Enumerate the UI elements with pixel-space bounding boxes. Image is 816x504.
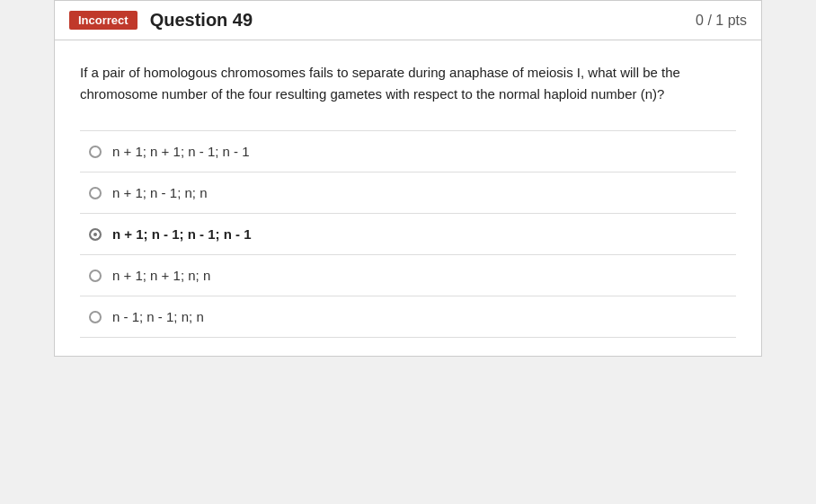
question-text: If a pair of homologous chromosomes fail… — [80, 62, 736, 105]
option-label: n + 1; n + 1; n; n — [112, 268, 210, 283]
radio-circle — [89, 270, 102, 282]
radio-circle — [89, 228, 102, 241]
option-item[interactable]: n + 1; n + 1; n; n — [80, 255, 736, 296]
option-item[interactable]: n + 1; n + 1; n - 1; n - 1 — [80, 131, 736, 172]
option-label: n + 1; n - 1; n - 1; n - 1 — [112, 226, 252, 242]
radio-circle — [89, 146, 102, 158]
option-label: n + 1; n - 1; n; n — [112, 185, 207, 200]
question-title: Question 49 — [150, 10, 696, 31]
question-body: If a pair of homologous chromosomes fail… — [55, 40, 761, 356]
option-item[interactable]: n - 1; n - 1; n; n — [80, 296, 736, 338]
option-label: n - 1; n - 1; n; n — [112, 309, 204, 324]
radio-circle — [89, 187, 102, 199]
question-header: Incorrect Question 49 0 / 1 pts — [55, 1, 761, 40]
option-label: n + 1; n + 1; n - 1; n - 1 — [112, 144, 250, 159]
question-card: Incorrect Question 49 0 / 1 pts If a pai… — [54, 0, 762, 357]
options-list: n + 1; n + 1; n - 1; n - 1n + 1; n - 1; … — [80, 130, 736, 338]
question-points: 0 / 1 pts — [696, 13, 747, 29]
option-item[interactable]: n + 1; n - 1; n - 1; n - 1 — [80, 214, 736, 255]
radio-circle — [89, 311, 102, 323]
incorrect-badge: Incorrect — [69, 11, 137, 30]
page-wrapper: Incorrect Question 49 0 / 1 pts If a pai… — [0, 0, 816, 504]
option-item[interactable]: n + 1; n - 1; n; n — [80, 172, 736, 214]
